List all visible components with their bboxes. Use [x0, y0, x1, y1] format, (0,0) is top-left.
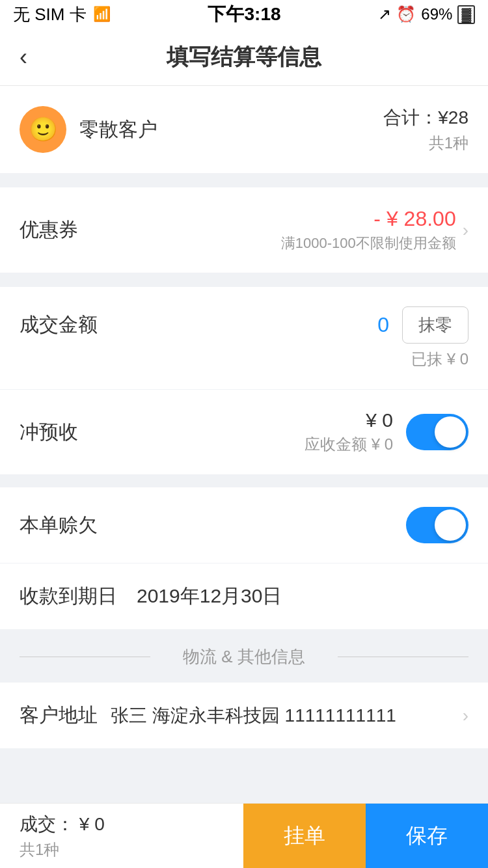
carrier-text: 无 SIM 卡: [13, 3, 87, 26]
prepay-section: 冲预收 ¥ 0 应收金额 ¥ 0: [0, 389, 488, 474]
bottom-deal: 成交： ¥ 0: [20, 812, 224, 837]
logistics-header: 物流 & 其他信息: [0, 631, 488, 683]
mo-ling-button[interactable]: 抹零: [402, 306, 468, 344]
customer-total: 合计：¥28 共1种: [383, 105, 468, 154]
customer-name: 零散客户: [79, 116, 157, 143]
debit-label: 本单赊欠: [20, 512, 98, 539]
deal-sub: 已抹 ¥ 0: [20, 349, 468, 370]
coupon-amount: - ¥ 28.00: [281, 207, 456, 231]
coupon-label: 优惠券: [20, 217, 78, 243]
deal-right: 0 抹零: [377, 306, 468, 344]
prepay-right: ¥ 0 应收金额 ¥ 0: [305, 409, 468, 455]
content: 🙂 零散客户 合计：¥28 共1种 优惠券 - ¥ 28.00 满1000-10…: [0, 86, 488, 868]
divider-1: [0, 174, 488, 187]
prepay-amount-col: ¥ 0 应收金额 ¥ 0: [305, 409, 393, 455]
deal-value: 0: [377, 313, 389, 337]
coupon-desc: 满1000-100不限制使用金额: [281, 234, 456, 253]
alarm-icon: ⏰: [396, 5, 416, 23]
customer-section: 🙂 零散客户 合计：¥28 共1种: [0, 86, 488, 173]
address-value: 张三 海淀永丰科技园 11111111111: [111, 703, 456, 728]
toggle-knob: [435, 416, 466, 448]
address-label: 客户地址: [20, 702, 98, 729]
save-button[interactable]: 保存: [366, 804, 488, 869]
deal-section: 成交金额 0 抹零 已抹 ¥ 0: [0, 287, 488, 389]
status-bar: 无 SIM 卡 📶 下午3:18 ↗ ⏰ 69% ▓: [0, 0, 488, 29]
due-date-section: 收款到期日 2019年12月30日: [0, 563, 488, 629]
location-icon: ↗: [378, 5, 391, 23]
status-time: 下午3:18: [208, 2, 280, 27]
deal-label: 成交金额: [20, 312, 98, 338]
logistics-line-right: [338, 657, 468, 657]
debit-section: 本单赊欠 收款到期日 2019年12月30日: [0, 487, 488, 629]
due-date-value: 2019年12月30日: [137, 583, 282, 610]
status-left: 无 SIM 卡 📶: [13, 3, 111, 26]
page-title: 填写结算等信息: [167, 42, 321, 72]
address-chevron-icon: ›: [463, 705, 468, 726]
coupon-section: 优惠券 - ¥ 28.00 满1000-100不限制使用金额 ›: [0, 187, 488, 273]
coupon-row[interactable]: 优惠券 - ¥ 28.00 满1000-100不限制使用金额 ›: [0, 187, 488, 273]
prepay-label: 冲预收: [20, 419, 78, 446]
prepay-toggle[interactable]: [406, 414, 468, 450]
status-right: ↗ ⏰ 69% ▓: [378, 5, 475, 24]
bottom-bar: 成交： ¥ 0 共1种 挂单 保存: [0, 803, 488, 868]
bottom-deal-value: ¥ 0: [79, 814, 105, 834]
debit-row: 本单赊欠: [0, 487, 488, 563]
bottom-info: 成交： ¥ 0 共1种: [0, 812, 243, 860]
coupon-chevron-icon: ›: [463, 220, 468, 241]
coupon-right: - ¥ 28.00 满1000-100不限制使用金额 ›: [281, 207, 468, 253]
prepay-top: 冲预收 ¥ 0 应收金额 ¥ 0: [20, 409, 468, 455]
avatar: 🙂: [20, 106, 66, 153]
prepay-amount: ¥ 0: [305, 409, 393, 431]
address-section[interactable]: 客户地址 张三 海淀永丰科技园 11111111111 ›: [0, 683, 488, 748]
total-count: 共1种: [383, 133, 468, 154]
due-date-content: 收款到期日 2019年12月30日: [20, 583, 468, 610]
back-button[interactable]: ‹: [20, 44, 27, 71]
divider-3: [0, 474, 488, 487]
debit-toggle-knob: [435, 509, 466, 541]
hang-button[interactable]: 挂单: [243, 804, 366, 869]
deal-top: 成交金额 0 抹零: [20, 306, 468, 344]
due-date-label: 收款到期日: [20, 583, 117, 610]
logistics-label: 物流 & 其他信息: [183, 645, 305, 668]
divider-2: [0, 274, 488, 287]
customer-left: 🙂 零散客户: [20, 106, 157, 153]
debit-toggle[interactable]: [406, 507, 468, 543]
coupon-value: - ¥ 28.00 满1000-100不限制使用金额: [281, 207, 456, 253]
bottom-count: 共1种: [20, 839, 224, 860]
logistics-line-left: [20, 657, 150, 657]
nav-bar: ‹ 填写结算等信息: [0, 29, 488, 86]
prepay-sub: 应收金额 ¥ 0: [305, 434, 393, 455]
wifi-icon: 📶: [93, 6, 111, 23]
bottom-deal-label: 成交：: [20, 814, 74, 834]
battery-text: 69%: [421, 5, 452, 23]
avatar-icon: 🙂: [29, 116, 58, 143]
total-amount: 合计：¥28: [383, 105, 468, 130]
battery-icon: ▓: [457, 5, 475, 24]
